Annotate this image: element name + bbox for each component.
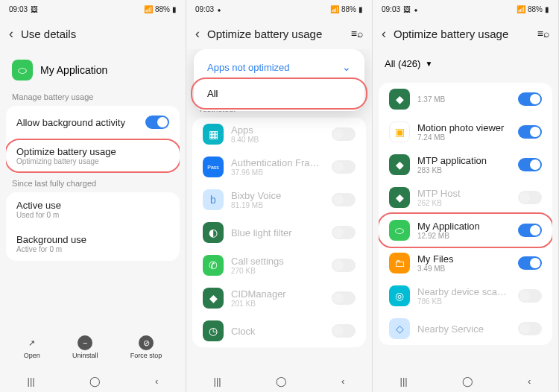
dropdown-apps-not-optimized[interactable]: Apps not optimized⌄ — [194, 54, 364, 80]
toggle[interactable] — [518, 92, 542, 106]
nav-back[interactable]: ‹ — [341, 376, 344, 387]
app-icon: ◎ — [389, 285, 410, 306]
back-icon[interactable]: ‹ — [9, 26, 13, 42]
bottom-actions: ↗Open −Uninstall ⊘Force stop — [0, 325, 186, 370]
toggle[interactable] — [332, 127, 356, 141]
section-since: Since last fully charged — [0, 173, 186, 192]
header: ‹ Optimize battery usage ≡⌕ — [186, 18, 372, 49]
toggle[interactable] — [518, 158, 542, 171]
toggle[interactable] — [518, 322, 542, 335]
app-size: 81.19 MB — [231, 201, 324, 209]
nav-back[interactable]: ‹ — [155, 376, 158, 387]
app-size: 262 KB — [417, 199, 511, 207]
section-manage: Manage battery usage — [0, 86, 186, 106]
app-row[interactable]: ⬭My Application12.92 MB — [379, 214, 552, 247]
row-active-use[interactable]: Active useUsed for 0 m — [6, 192, 180, 227]
force-stop-button[interactable]: ⊘Force stop — [130, 335, 162, 359]
app-row[interactable]: PassAuthentication Framework37.96 MB — [192, 151, 366, 183]
app-icon: 🗀 — [389, 253, 410, 274]
toggle[interactable] — [332, 193, 356, 206]
nav-recent[interactable]: ||| — [214, 376, 221, 387]
toggle[interactable] — [332, 226, 356, 239]
toggle[interactable] — [332, 291, 356, 305]
toggle[interactable] — [332, 324, 356, 338]
app-size: 37.96 MB — [231, 168, 324, 177]
page-title: Optimize battery usage — [394, 28, 530, 40]
toggle[interactable] — [332, 160, 356, 174]
app-name: CIDManager — [231, 288, 324, 300]
app-row[interactable]: ✆Call settings270 KB — [192, 249, 366, 282]
app-row[interactable]: ◷Clock — [192, 314, 366, 347]
status-bar: 09:03 🖼⬥ 📶88%▮ — [373, 0, 558, 18]
page-title: Use details — [21, 28, 177, 40]
app-name: Blue light filter — [231, 227, 324, 238]
app-icon: ▣ — [389, 121, 410, 142]
app-icon: ◐ — [203, 222, 224, 243]
app-name: My Files — [417, 253, 511, 265]
nav-bar: ||| ◯ ‹ — [373, 370, 558, 392]
toggle[interactable] — [518, 224, 542, 237]
app-row[interactable]: ◐Blue light filter — [192, 216, 366, 249]
app-list: ◆1.37 MB▣Motion photo viewer7.24 MB◆MTP … — [379, 83, 552, 345]
app-row[interactable]: ◇Nearby Service — [379, 312, 552, 345]
filter-all[interactable]: All (426)▼ — [373, 49, 558, 78]
dropdown-all[interactable]: All — [194, 80, 364, 107]
app-icon: ◷ — [203, 320, 224, 341]
app-size: 270 KB — [231, 267, 324, 275]
app-name: Nearby Service — [417, 323, 511, 335]
app-icon: ◆ — [389, 89, 410, 110]
row-optimize-battery[interactable]: Optimize battery usage Optimizing batter… — [6, 139, 180, 173]
app-row[interactable]: ◎Nearby device scanning786 KB — [379, 279, 552, 312]
app-row[interactable]: ◆1.37 MB — [379, 83, 552, 116]
toggle[interactable] — [518, 125, 542, 139]
nav-back[interactable]: ‹ — [528, 376, 531, 387]
row-allow-background[interactable]: Allow background activity — [6, 106, 180, 139]
nav-recent[interactable]: ||| — [400, 376, 408, 387]
app-row[interactable]: ◆MTP Host262 KB — [379, 181, 552, 214]
filter-dropdown: Apps not optimized⌄ All — [194, 49, 364, 111]
app-size: 283 KB — [417, 166, 511, 174]
nav-home[interactable]: ◯ — [462, 376, 473, 387]
app-size: 12.92 MB — [417, 232, 511, 240]
app-size: 1.37 MB — [417, 95, 511, 104]
app-row[interactable]: bBixby Voice81.19 MB — [192, 183, 366, 216]
uninstall-button[interactable]: −Uninstall — [72, 335, 98, 359]
header: ‹ Use details — [0, 18, 186, 49]
app-size: 786 KB — [417, 297, 511, 306]
row-background-use[interactable]: Background useActive for 0 m — [6, 227, 180, 261]
header: ‹ Optimize battery usage ≡⌕ — [373, 18, 558, 49]
app-size: 7.24 MB — [417, 133, 511, 142]
app-name: MTP Host — [417, 188, 511, 199]
back-icon[interactable]: ‹ — [382, 26, 386, 42]
toggle[interactable] — [332, 259, 356, 272]
toggle[interactable] — [518, 191, 542, 204]
toggle[interactable] — [518, 256, 542, 270]
app-row[interactable]: ◆CIDManager201 KB — [192, 282, 366, 314]
app-row[interactable]: ▣Motion photo viewer7.24 MB — [379, 116, 552, 148]
app-name: MTP application — [417, 155, 511, 166]
filter-icon[interactable]: ≡⌕ — [537, 28, 549, 39]
app-row[interactable]: 🗀My Files3.49 MB — [379, 247, 552, 279]
phone-use-details: 09:03 🖼 📶88%▮ ‹ Use details ⬭ My Applica… — [0, 0, 186, 392]
back-icon[interactable]: ‹ — [195, 26, 200, 42]
app-icon: Pass — [203, 157, 224, 177]
app-icon: ✆ — [203, 255, 224, 276]
app-icon: ▦ — [203, 124, 224, 145]
app-row[interactable]: ◆MTP application283 KB — [379, 148, 552, 181]
nav-home[interactable]: ◯ — [276, 376, 287, 387]
app-icon: ◆ — [203, 288, 224, 309]
app-icon: ◆ — [389, 187, 410, 208]
nav-recent[interactable]: ||| — [28, 376, 35, 387]
nav-home[interactable]: ◯ — [89, 376, 101, 387]
app-row[interactable]: ▦Apps8.40 MB — [192, 118, 366, 151]
status-bar: 09:03 ⬥ 📶88%▮ — [186, 0, 372, 18]
app-name: Clock — [231, 326, 324, 337]
toggle-allow-bg[interactable] — [145, 116, 169, 129]
app-name: Apps — [231, 124, 324, 136]
app-name: Authentication Framework — [231, 157, 324, 168]
toggle[interactable] — [518, 289, 542, 303]
image-icon: 🖼 — [31, 5, 38, 13]
open-button[interactable]: ↗Open — [24, 335, 40, 359]
filter-icon[interactable]: ≡⌕ — [351, 28, 363, 39]
page-title: Optimize battery usage — [207, 28, 344, 40]
